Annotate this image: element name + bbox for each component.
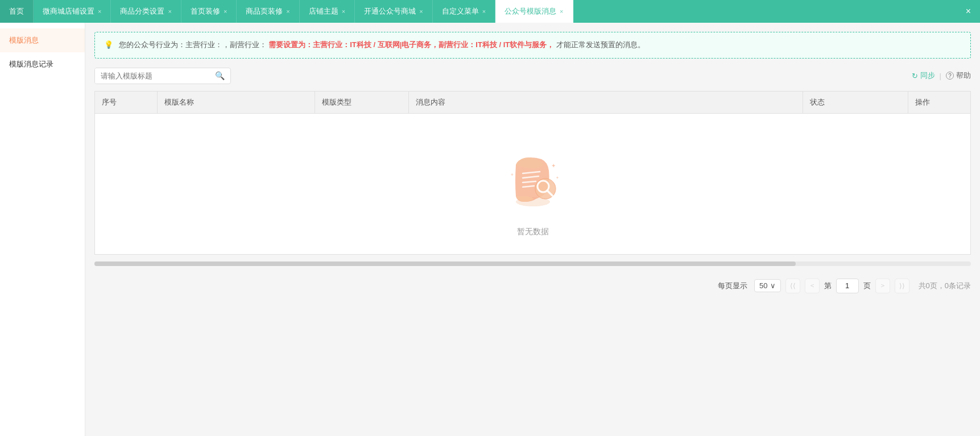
search-actions: ↻ 同步 | ? 帮助 <box>912 70 971 81</box>
tab-label: 自定义菜单 <box>442 6 479 16</box>
table-header-cell: 消息内容 <box>409 91 803 113</box>
help-button[interactable]: ? 帮助 <box>946 70 971 81</box>
total-info: 共0页，0条记录 <box>919 281 971 291</box>
tab-label: 店铺主题 <box>309 6 338 16</box>
tab-close-button[interactable]: × <box>342 8 345 15</box>
sidebar: 模版消息模版消息记录 <box>0 23 85 436</box>
page-size-value: 50 <box>759 281 767 290</box>
notice-suffix: 才能正常发送预置的消息。 <box>556 40 645 49</box>
empty-illustration: ✦ ✦ ✦ <box>499 148 567 216</box>
horizontal-scrollbar[interactable] <box>94 261 971 266</box>
tab-label: 商品页装修 <box>246 6 283 16</box>
content-area: 💡 您的公众号行业为：主营行业：，副营行业： 需要设置为：主营行业：IT科技 /… <box>85 23 980 436</box>
tab-item-5[interactable]: 店铺主题× <box>300 0 355 23</box>
tab-label: 商品分类设置 <box>120 6 164 16</box>
empty-text: 暂无数据 <box>517 227 549 237</box>
global-close-button[interactable]: × <box>957 6 980 16</box>
notice-prefix: 您的公众号行业为：主营行业：，副营行业： <box>119 40 267 49</box>
page-size-chevron: ∨ <box>770 281 776 290</box>
tab-label: 首页装修 <box>191 6 220 16</box>
prev-page-button[interactable]: ＜ <box>805 279 820 293</box>
notice-banner: 💡 您的公众号行业为：主营行业：，副营行业： 需要设置为：主营行业：IT科技 /… <box>94 32 971 59</box>
tab-item-7[interactable]: 自定义菜单× <box>433 0 495 23</box>
svg-text:✦: ✦ <box>510 172 514 177</box>
tab-label: 微商城店铺设置 <box>43 6 94 16</box>
tab-close-button[interactable]: × <box>286 8 290 15</box>
sync-button[interactable]: ↻ 同步 <box>912 70 935 81</box>
table-header-cell: 模版名称 <box>157 91 315 113</box>
bulb-icon: 💡 <box>104 40 113 49</box>
table-header-cell: 操作 <box>908 91 971 113</box>
svg-text:✦: ✦ <box>556 176 559 180</box>
tab-bar: 首页微商城店铺设置×商品分类设置×首页装修×商品页装修×店铺主题×开通公众号商城… <box>0 0 980 23</box>
tab-close-button[interactable]: × <box>168 8 171 15</box>
tab-item-2[interactable]: 商品分类设置× <box>111 0 181 23</box>
tab-item-6[interactable]: 开通公众号商城× <box>355 0 432 23</box>
sidebar-item-1[interactable]: 模版消息记录 <box>0 52 85 76</box>
tab-close-button[interactable]: × <box>560 8 563 15</box>
table-header-cell: 模版类型 <box>315 91 409 113</box>
help-label: 帮助 <box>956 70 971 81</box>
tab-close-button[interactable]: × <box>224 8 227 15</box>
tab-item-8[interactable]: 公众号模版消息× <box>495 0 573 23</box>
page-word: 页 <box>863 281 871 291</box>
page-size-label: 每页显示 <box>718 281 747 291</box>
empty-state: ✦ ✦ ✦ 暂无数据 <box>95 114 970 254</box>
page-number-input[interactable] <box>836 279 859 293</box>
empty-icon-wrap: ✦ ✦ ✦ <box>499 148 567 218</box>
scrollbar-thumb[interactable] <box>94 261 796 266</box>
tab-item-3[interactable]: 首页装修× <box>181 0 237 23</box>
search-bar: 🔍 ↻ 同步 | ? 帮助 <box>94 68 971 84</box>
notice-highlight: 需要设置为：主营行业：IT科技 / 互联网|电子商务，副营行业：IT科技 / I… <box>268 40 554 49</box>
first-page-button[interactable]: ⟨⟨ <box>785 279 800 293</box>
last-page-button[interactable]: ⟩⟩ <box>895 279 909 293</box>
sync-icon: ↻ <box>912 72 918 80</box>
di-word: 第 <box>824 281 832 291</box>
tab-label: 公众号模版消息 <box>505 6 556 16</box>
tab-item-0[interactable]: 首页 <box>0 0 34 23</box>
help-icon: ? <box>946 72 954 80</box>
next-page-button[interactable]: ＞ <box>875 279 890 293</box>
search-input[interactable] <box>95 68 209 84</box>
sidebar-item-0[interactable]: 模版消息 <box>0 28 85 52</box>
sync-label: 同步 <box>920 70 935 81</box>
tab-close-button[interactable]: × <box>98 8 101 15</box>
tab-label: 首页 <box>9 6 24 16</box>
svg-text:✦: ✦ <box>551 163 556 169</box>
tab-close-button[interactable]: × <box>419 8 423 15</box>
main-layout: 模版消息模版消息记录 💡 您的公众号行业为：主营行业：，副营行业： 需要设置为：… <box>0 23 980 436</box>
page-size-select[interactable]: 50 ∨ <box>754 279 780 292</box>
data-table: 序号模版名称模版类型消息内容状态操作 <box>94 91 971 255</box>
divider: | <box>940 72 941 80</box>
search-icon[interactable]: 🔍 <box>209 71 230 80</box>
pagination: 每页显示 50 ∨ ⟨⟨ ＜ 第 页 ＞ ⟩⟩ 共0页，0条记录 <box>94 273 971 299</box>
search-input-wrap[interactable]: 🔍 <box>94 68 231 84</box>
table-header-cell: 序号 <box>95 91 158 113</box>
tab-item-4[interactable]: 商品页装修× <box>237 0 299 23</box>
tab-item-1[interactable]: 微商城店铺设置× <box>34 0 111 23</box>
table-header-cell: 状态 <box>803 91 908 113</box>
tab-label: 开通公众号商城 <box>364 6 416 16</box>
tab-close-button[interactable]: × <box>482 8 486 15</box>
